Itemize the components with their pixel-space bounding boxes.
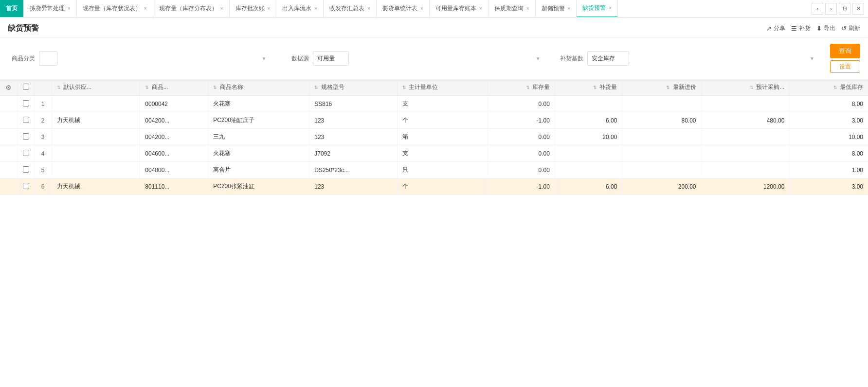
close-icon[interactable]: ×	[314, 6, 317, 11]
tab-overstock-warning[interactable]: 超储预警 ×	[536, 0, 577, 18]
row-min-stock: 8.00	[790, 96, 868, 112]
tab-requisition-stats[interactable]: 要货单统计表 ×	[377, 0, 430, 18]
replenish-base-select-wrapper: 安全库存 ▼	[587, 51, 818, 66]
row-checkbox-cell[interactable]	[18, 178, 34, 195]
tab-in-out-flow[interactable]: 出入库流水 ×	[276, 0, 324, 18]
close-icon[interactable]: ×	[220, 6, 223, 11]
tab-label: 保质期查询	[494, 4, 524, 13]
close-icon[interactable]: ×	[479, 6, 482, 11]
column-latest-price[interactable]: ⇅ 最新进价	[622, 79, 701, 96]
row-replenish	[555, 96, 622, 112]
top-navigation: 首页 拣货异常处理 × 现存量（库存状况表） × 现存量（库存分布表） × 库存…	[0, 0, 868, 18]
tab-collect-summary[interactable]: 收发存汇总表 ×	[324, 0, 377, 18]
row-min-stock: 3.00	[790, 112, 868, 129]
tab-home[interactable]: 首页	[0, 0, 24, 18]
table-body: 1 0000042 火花塞 SS816 支 0.00 8.00 2 力天机械 0…	[0, 96, 868, 195]
replenish-button[interactable]: ☰ 补货	[791, 24, 811, 33]
datasource-select[interactable]: 可用量	[313, 51, 349, 66]
replenish-base-select[interactable]: 安全库存	[587, 51, 629, 66]
query-button[interactable]: 查询	[830, 44, 860, 58]
select-all-checkbox[interactable]	[23, 84, 29, 90]
row-supplier	[52, 145, 140, 162]
column-gear[interactable]: ⚙	[0, 79, 18, 96]
row-checkbox-cell[interactable]	[18, 96, 34, 112]
close-icon[interactable]: ×	[609, 5, 612, 11]
row-checkbox-cell[interactable]	[18, 129, 34, 145]
page-container: 缺货预警 ↗ 分享 ☰ 补货 ⬇ 导出 ↺ 刷新 商品分类	[0, 18, 868, 387]
category-select[interactable]	[39, 51, 57, 66]
share-button[interactable]: ↗ 分享	[766, 24, 785, 33]
row-replenish	[555, 162, 622, 178]
tab-quality-period[interactable]: 保质期查询 ×	[488, 0, 536, 18]
column-supplier[interactable]: ⇅ 默认供应...	[52, 79, 140, 96]
row-stock: 0.00	[488, 96, 555, 112]
gear-icon[interactable]: ⚙	[5, 84, 12, 91]
restore-window-button[interactable]: ⊡	[839, 3, 850, 15]
next-tab-button[interactable]: ›	[825, 3, 837, 15]
tab-label: 缺货预警	[582, 4, 606, 12]
close-icon[interactable]: ×	[268, 6, 271, 11]
row-checkbox[interactable]	[23, 117, 29, 123]
row-checkbox[interactable]	[23, 183, 29, 189]
close-icon[interactable]: ×	[144, 6, 147, 11]
column-unit[interactable]: ⇅ 主计量单位	[397, 79, 488, 96]
export-button[interactable]: ⬇ 导出	[816, 24, 835, 33]
row-checkbox[interactable]	[23, 100, 29, 106]
datasource-select-wrapper: 可用量 ▼	[313, 51, 544, 66]
row-spec: 123	[309, 112, 398, 129]
tab-available-account[interactable]: 可用量库存账本 ×	[430, 0, 488, 18]
close-icon[interactable]: ×	[420, 6, 423, 11]
column-replenish[interactable]: ⇅ 补货量	[555, 79, 622, 96]
row-checkbox[interactable]	[23, 150, 29, 156]
row-checkbox-cell[interactable]	[18, 162, 34, 178]
settings-button[interactable]: 设置	[830, 60, 860, 73]
close-window-button[interactable]: ✕	[852, 3, 864, 15]
column-supplier-label: 默认供应...	[63, 84, 91, 90]
column-name[interactable]: ⇅ 商品名称	[208, 79, 309, 96]
tab-label: 现存量（库存状况表）	[83, 4, 141, 13]
sort-icon: ⇅	[402, 85, 406, 90]
row-checkbox[interactable]	[23, 133, 29, 140]
column-min-stock[interactable]: ⇅ 最低库存	[790, 79, 868, 96]
row-index: 3	[34, 129, 52, 145]
row-checkbox[interactable]	[23, 166, 29, 173]
replenish-icon: ☰	[791, 25, 797, 32]
row-code: 801110...	[140, 178, 208, 195]
row-unit: 个	[397, 112, 488, 129]
sort-icon: ⇅	[750, 85, 754, 90]
datasource-filter: 数据源 可用量 ▼	[282, 51, 544, 66]
nav-controls: ‹ › ⊡ ✕	[808, 3, 868, 15]
row-est-purchase: 480.00	[701, 112, 790, 129]
tab-label: 要货单统计表	[382, 4, 417, 13]
row-checkbox-cell[interactable]	[18, 112, 34, 129]
close-icon[interactable]: ×	[68, 6, 71, 11]
column-spec-label: 规格型号	[321, 84, 344, 90]
column-code[interactable]: ⇅ 商品...	[140, 79, 208, 96]
tab-batch-account[interactable]: 库存批次账 ×	[230, 0, 277, 18]
close-icon[interactable]: ×	[526, 6, 529, 11]
row-name: 火花塞	[208, 96, 309, 112]
column-stock[interactable]: ⇅ 库存量	[488, 79, 555, 96]
refresh-button[interactable]: ↺ 刷新	[841, 24, 860, 33]
tab-current-stock-dist[interactable]: 现存量（库存分布表） ×	[153, 0, 230, 18]
tab-shortage-warning[interactable]: 缺货预警 ×	[577, 0, 618, 18]
share-icon: ↗	[766, 25, 772, 32]
row-latest-price: 80.00	[622, 112, 701, 129]
tab-label: 可用量库存账本	[435, 4, 476, 13]
column-est-purchase[interactable]: ⇅ 预计采购...	[701, 79, 790, 96]
column-spec[interactable]: ⇅ 规格型号	[309, 79, 398, 96]
row-latest-price	[622, 162, 701, 178]
tab-picking-exception[interactable]: 拣货异常处理 ×	[24, 0, 77, 18]
column-stock-label: 库存量	[532, 84, 550, 90]
close-icon[interactable]: ×	[568, 6, 571, 11]
close-icon[interactable]: ×	[367, 6, 370, 11]
category-filter: 商品分类 ▼	[8, 51, 270, 66]
row-code: 004200...	[140, 112, 208, 129]
row-code: 004800...	[140, 162, 208, 178]
row-stock: 0.00	[488, 162, 555, 178]
row-est-purchase	[701, 145, 790, 162]
tab-current-stock-status[interactable]: 现存量（库存状况表） ×	[77, 0, 153, 18]
row-checkbox-cell[interactable]	[18, 145, 34, 162]
prev-tab-button[interactable]: ‹	[812, 3, 823, 15]
row-min-stock: 8.00	[790, 145, 868, 162]
